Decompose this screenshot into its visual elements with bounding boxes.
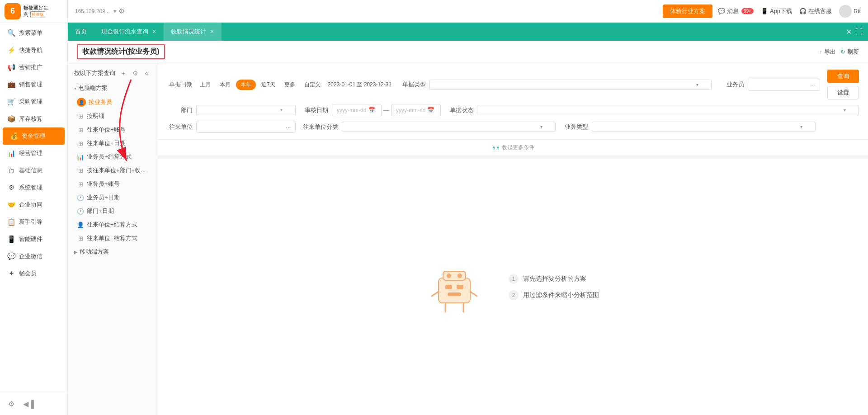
svg-rect-6 <box>457 285 463 289</box>
audit-to-calendar-icon[interactable]: 📅 <box>427 107 434 113</box>
tree-item-salesperson-account[interactable]: ⊞ 业务员+账号 <box>68 177 158 191</box>
page-header: 收款情况统计(按业务员) ↑ 导出 ↻ 刷新 <box>68 41 868 63</box>
sidebar-item-search[interactable]: 🔍 搜索菜单 <box>0 24 67 42</box>
sidebar-item-marketing[interactable]: 📢 营销推广 <box>0 59 67 76</box>
tree-item-salesperson-settle[interactable]: 📊 业务员+结算方式 <box>68 150 158 164</box>
tree-item-label: 往来单位+日期 <box>87 139 126 147</box>
counter-party-input[interactable]: ··· <box>196 121 296 133</box>
tree-item-by-salesperson[interactable]: 👤 按业务员 <box>68 95 158 109</box>
tree-item-label: 部门+日期 <box>87 207 114 215</box>
refresh-btn[interactable]: ↻ 刷新 <box>840 48 859 56</box>
step-num-2: 2 <box>509 290 519 300</box>
salesperson-input[interactable]: ··· <box>748 79 820 91</box>
page-title: 收款情况统计(按业务员) <box>82 47 160 55</box>
counter-party-field: 往来单位 ··· <box>167 121 296 133</box>
sidebar-item-member[interactable]: ✦ 畅会员 <box>0 265 67 282</box>
logo-area: 6 畅捷通好生 意 标准版 <box>0 0 67 23</box>
tab-receipt[interactable]: 收款情况统计 ✕ <box>164 23 222 41</box>
online-service-btn[interactable]: 🎧 在线客服 <box>799 7 832 15</box>
doc-status-select[interactable]: ▾ <box>477 105 859 115</box>
audit-date-field: 审核日期 yyyy-mm-dd 📅 — yyyy-mm-dd 📅 <box>303 104 441 116</box>
app-download-btn[interactable]: 📱 App下载 <box>761 7 792 15</box>
date-shortcut-last-month[interactable]: 上月 <box>196 79 214 90</box>
settings-button[interactable]: 设置 <box>827 86 859 99</box>
biz-type-select[interactable]: ▾ <box>592 122 816 132</box>
section-collapse-icon: ▶ <box>74 250 78 255</box>
marketing-icon: 📢 <box>7 63 15 71</box>
avatar-img <box>839 5 852 18</box>
counter-party-more-btn[interactable]: ··· <box>286 123 291 130</box>
service-icon: 🎧 <box>799 8 807 14</box>
tree-section-desktop[interactable]: ▾ 电脑端方案 <box>68 81 158 95</box>
tree-section-mobile[interactable]: ▶ 移动端方案 <box>68 245 158 259</box>
sidebar-item-wechat[interactable]: 💬 企业微信 <box>0 248 67 265</box>
section-label: 电脑端方案 <box>78 84 108 92</box>
sidebar-item-operations[interactable]: 📊 经营管理 <box>0 145 67 162</box>
sidebar-item-quick[interactable]: ⚡ 快捷导航 <box>0 42 67 59</box>
type-field: 单据类型 ▾ <box>401 80 712 90</box>
doc-status-arrow: ▾ <box>844 108 846 113</box>
empty-illustration <box>427 260 481 314</box>
doc-status-label: 单据状态 <box>448 106 473 114</box>
tree-item-unit-account[interactable]: ⊞ 往来单位+账号 <box>68 123 158 137</box>
counter-party-class-select[interactable]: ▾ <box>342 122 556 132</box>
active-indicator: 👤 <box>77 98 86 107</box>
tree-item-unit-dept-receipt[interactable]: ⊞ 按往来单位+部门+收... <box>68 164 158 177</box>
tree-item-unit-date[interactable]: ⊞ 往来单位+日期 <box>68 137 158 150</box>
tab-expand-icon[interactable]: ⛶ <box>855 28 863 36</box>
finance-icon: 💰 <box>10 132 18 140</box>
main-area: 165.129.209... ▾ ⚙ 体验行业方案 💬 消息 99+ 📱 App… <box>68 0 868 415</box>
trial-button[interactable]: 体验行业方案 <box>663 5 712 18</box>
date-shortcut-this-month[interactable]: 本月 <box>216 79 234 90</box>
dept-select[interactable]: ▾ <box>196 105 296 115</box>
audit-date-from[interactable]: yyyy-mm-dd 📅 <box>332 104 382 116</box>
tree-item-dept-date[interactable]: 🕐 部门+日期 <box>68 204 158 218</box>
user-avatar[interactable]: Rit <box>839 5 861 18</box>
sidebar-settings-btn[interactable]: ⚙ <box>5 397 18 410</box>
breadcrumb-arrow[interactable]: ▾ <box>113 8 117 14</box>
tree-item-salesperson-date[interactable]: 🕐 业务员+日期 <box>68 191 158 204</box>
tab-bank[interactable]: 现金银行流水查询 ✕ <box>94 23 164 41</box>
sidebar-item-purchase[interactable]: 🛒 采购管理 <box>0 93 67 110</box>
sidebar-item-corp[interactable]: 🤝 企业协同 <box>0 196 67 213</box>
sidebar-item-system[interactable]: ⚙ 系统管理 <box>0 179 67 196</box>
collapse-bar[interactable]: ∧∧ 收起更多条件 <box>158 140 868 155</box>
tree-item-unit-settle1[interactable]: 👤 往来单位+结算方式 <box>68 218 158 231</box>
tree-item-by-detail[interactable]: ⊞ 按明细 <box>68 109 158 123</box>
date-label: 单据日期 <box>167 80 193 89</box>
sidebar-collapse-btn[interactable]: ◀▐ <box>22 397 35 410</box>
date-shortcut-custom[interactable]: 自定义 <box>301 79 324 90</box>
audit-date-to[interactable]: yyyy-mm-dd 📅 <box>391 104 441 116</box>
tree-item-label: 按明细 <box>87 112 104 120</box>
biz-type-label: 业务类型 <box>563 123 588 131</box>
sidebar-item-base[interactable]: 🗂 基础信息 <box>0 162 67 179</box>
type-select[interactable]: ▾ <box>429 80 712 90</box>
date-shortcut-7days[interactable]: 近7天 <box>258 79 279 90</box>
tab-close-all-icon[interactable]: ✕ <box>846 28 852 36</box>
tab-home[interactable]: 首页 <box>68 23 94 41</box>
date-shortcut-this-year[interactable]: 本年 <box>236 80 256 90</box>
audit-from-calendar-icon[interactable]: 📅 <box>368 107 375 113</box>
logo-icon: 6 <box>5 3 21 19</box>
tree-item-unit-settle2[interactable]: ⊞ 往来单位+结算方式 <box>68 231 158 245</box>
panel-settings-btn[interactable]: ⚙ <box>131 69 140 78</box>
sidebar-item-sales[interactable]: 💼 销售管理 <box>0 76 67 93</box>
tab-bank-close[interactable]: ✕ <box>152 28 156 35</box>
date-shortcut-more[interactable]: 更多 <box>281 79 299 90</box>
sidebar-item-finance[interactable]: 💰 资金管理 <box>3 127 65 145</box>
topbar-settings-icon[interactable]: ⚙ <box>118 7 125 15</box>
salesperson-more-btn[interactable]: ··· <box>810 81 815 88</box>
sidebar-item-inventory[interactable]: 📦 库存核算 <box>0 110 67 127</box>
panel-add-btn[interactable]: + <box>119 69 128 78</box>
sidebar-item-guide[interactable]: 📋 新手引导 <box>0 213 67 231</box>
tree-item-label: 业务员+账号 <box>87 180 120 188</box>
tab-receipt-close[interactable]: ✕ <box>210 28 214 35</box>
collapse-icon: ∧∧ <box>492 145 500 151</box>
panel-collapse-btn[interactable]: « <box>142 69 151 78</box>
sidebar: 6 畅捷通好生 意 标准版 🔍 搜索菜单 ⚡ 快捷导航 📢 营销推广 💼 销售管… <box>0 0 68 415</box>
wechat-icon: 💬 <box>7 252 15 260</box>
sidebar-item-hardware[interactable]: 📱 智能硬件 <box>0 231 67 248</box>
message-btn[interactable]: 💬 消息 99+ <box>718 7 754 15</box>
query-button[interactable]: 查询 <box>827 70 859 83</box>
export-btn[interactable]: ↑ 导出 <box>820 48 836 56</box>
